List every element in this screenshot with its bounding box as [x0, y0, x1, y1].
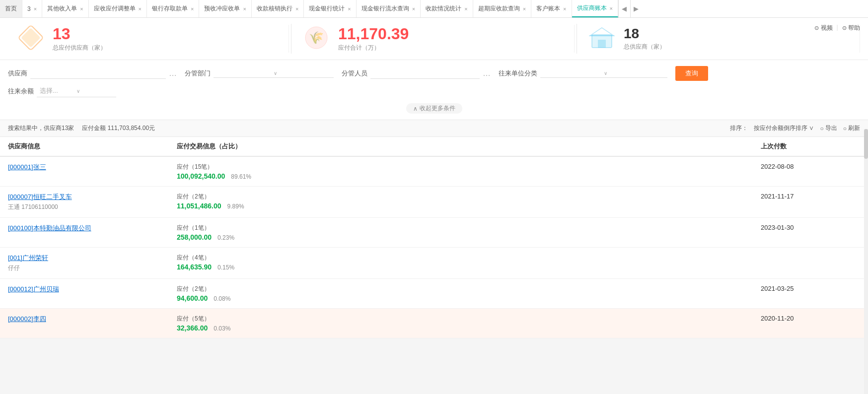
person-label: 分管人员 — [342, 69, 367, 78]
nav-tab-cash-flow-query[interactable]: 现金银行流水查询 × — [357, 0, 421, 17]
row4-trans-percent: 0.15% — [217, 264, 234, 271]
card3-number: 18 — [624, 26, 665, 42]
close-tab-receipt-verify[interactable]: × — [295, 6, 298, 12]
top-right-links: ⊙ 视频 | ⊙ 帮助 — [814, 24, 860, 32]
close-tab-customer-book[interactable]: × — [563, 6, 566, 12]
supplier-table: 供应商信息 应付交易信息（占比） 上次付数 [000001]张三 应付（15笔）… — [0, 137, 868, 338]
header-lastpay: 上次付数 — [761, 142, 860, 151]
filter-category: 往来单位分类 ∨ — [499, 69, 667, 78]
summary-card-suppliers-payable: 13 总应付供应商（家） — [8, 25, 289, 53]
collapse-button[interactable]: ∧ 收起更多条件 — [406, 103, 462, 114]
nav-tab-cash-bank-stat[interactable]: 现金银行统计 × — [304, 0, 356, 17]
person-dots[interactable]: … — [483, 69, 491, 78]
row1-trans-amount[interactable]: 100,092,540.00 — [177, 172, 225, 180]
category-select[interactable]: ∨ — [540, 69, 667, 78]
help-link[interactable]: ⊙ 帮助 — [842, 24, 860, 32]
close-tab-supplier-book[interactable]: × — [610, 5, 613, 11]
row6-trans-amount[interactable]: 32,366.00 — [177, 324, 208, 332]
nav-tab-ar-ap-adjust[interactable]: 应收应付调整单 × — [89, 0, 147, 17]
row4-transaction-col: 应付（4笔） 164,635.90 0.15% — [177, 254, 761, 271]
nav-right-arrow[interactable]: ▶ — [630, 0, 642, 17]
search-button[interactable]: 查询 — [675, 66, 708, 81]
row6-lastpay: 2020-11-20 — [761, 315, 860, 322]
card-icon-grain: 🌾 — [303, 25, 331, 53]
nav-tab-overdue-ar[interactable]: 超期应收款查询 × — [473, 0, 531, 17]
close-tab-prepay-offset[interactable]: × — [243, 6, 246, 12]
nav-tab-receipt-stat[interactable]: 收款情况统计 × — [421, 0, 473, 17]
video-link[interactable]: ⊙ 视频 — [814, 24, 832, 32]
scrollbar-track[interactable] — [864, 129, 868, 338]
results-summary: 搜索结果中，供应商13家 应付金额 111,703,854.00元 — [8, 124, 155, 132]
balance-arrow: ∨ — [76, 88, 113, 94]
row2-trans-amount[interactable]: 11,051,486.00 — [177, 202, 221, 210]
filter-dept: 分管部门 ∨ — [185, 69, 334, 78]
table-row: [000001]张三 应付（15笔） 100,092,540.00 89.61%… — [0, 157, 868, 187]
row6-supplier-link[interactable]: [000002]李四 — [8, 315, 177, 324]
close-tab-cash-flow-query[interactable]: × — [412, 6, 415, 12]
row6-supplier-col: [000002]李四 — [8, 315, 177, 324]
filter-person: 分管人员 … — [342, 68, 491, 79]
row2-trans-label: 应付（2笔） — [177, 193, 761, 201]
dept-select[interactable]: ∨ — [214, 69, 334, 78]
header-transaction: 应付交易信息（占比） — [177, 142, 761, 151]
card2-info: 11,170.39 应付合计（万） — [338, 25, 409, 52]
row3-lastpay: 2023-01-30 — [761, 224, 860, 231]
close-tab-overdue-ar[interactable]: × — [523, 6, 526, 12]
row5-trans-amount[interactable]: 94,600.00 — [177, 294, 208, 302]
row4-trans-amount[interactable]: 164,635.90 — [177, 263, 212, 271]
nav-tab-other-income[interactable]: 其他收入单 × — [42, 0, 88, 17]
close-tab-cash-bank-stat[interactable]: × — [348, 6, 351, 12]
balance-select[interactable]: 选择... ∨ — [37, 85, 116, 97]
card2-number: 11,170.39 — [338, 25, 409, 43]
summary-card-payable-total: 🌾 11,170.39 应付合计（万） — [293, 25, 575, 53]
row5-trans-percent: 0.08% — [214, 295, 230, 302]
dept-arrow: ∨ — [274, 70, 331, 76]
row1-trans-label: 应付（15笔） — [177, 163, 761, 171]
row5-transaction-col: 应付（2笔） 94,600.00 0.08% — [177, 285, 761, 302]
nav-left-arrow[interactable]: ◀ — [618, 0, 630, 17]
close-tab-3[interactable]: × — [34, 6, 37, 12]
sort-label: 排序： — [730, 124, 748, 132]
help-icon: ⊙ — [842, 25, 847, 31]
refresh-button[interactable]: ○ 刷新 — [843, 124, 860, 132]
person-input[interactable] — [370, 68, 480, 79]
nav-tab-receipt-verify[interactable]: 收款核销执行 × — [252, 0, 304, 17]
card3-label: 总供应商（家） — [624, 43, 665, 51]
export-button[interactable]: ○ 导出 — [820, 124, 837, 132]
chevron-up-icon: ∧ — [413, 105, 418, 112]
row6-trans-label: 应付（5笔） — [177, 315, 761, 323]
results-supplier-count: 搜索结果中，供应商13家 — [8, 124, 74, 132]
row3-supplier-link[interactable]: [000100]本特勤油品有限公司 — [8, 224, 177, 233]
video-icon: ⊙ — [814, 25, 819, 31]
row1-lastpay: 2022-08-08 — [761, 163, 860, 170]
nav-tab-home[interactable]: 首页 — [0, 0, 22, 17]
supplier-input[interactable] — [30, 68, 166, 79]
row2-supplier-link[interactable]: [000007]恒旺二手叉车 — [8, 193, 177, 201]
close-tab-receipt-stat[interactable]: × — [464, 6, 467, 12]
supplier-dots[interactable]: … — [169, 69, 177, 78]
svg-rect-6 — [598, 40, 606, 48]
close-tab-other-income[interactable]: × — [80, 6, 83, 12]
nav-tab-supplier-book[interactable]: 供应商账本 × — [572, 0, 618, 17]
filter-area: 供应商 … 分管部门 ∨ 分管人员 … 往来单位分类 ∨ 查询 — [0, 60, 868, 120]
nav-tab-customer-book[interactable]: 客户账本 × — [531, 0, 572, 17]
results-bar: 搜索结果中，供应商13家 应付金额 111,703,854.00元 排序： 按应… — [0, 120, 868, 137]
nav-tab-bank-deposit[interactable]: 银行存取款单 × — [147, 0, 199, 17]
nav-tab-3[interactable]: 3 × — [22, 0, 42, 17]
row2-trans-percent: 9.89% — [227, 203, 244, 210]
header-supplier: 供应商信息 — [8, 142, 177, 151]
filter-balance: 往来余额 选择... ∨ — [8, 85, 137, 97]
row5-supplier-link[interactable]: [000012]广州贝瑞 — [8, 285, 177, 294]
row1-supplier-link[interactable]: [000001]张三 — [8, 163, 177, 172]
scrollbar-thumb[interactable] — [864, 129, 868, 159]
row4-supplier-col: [001]广州荣轩 仔仔 — [8, 254, 177, 272]
row3-trans-amount[interactable]: 258,000.00 — [177, 233, 212, 241]
row1-trans-percent: 89.61% — [231, 173, 251, 180]
close-tab-bank-deposit[interactable]: × — [191, 6, 194, 12]
row4-supplier-link[interactable]: [001]广州荣轩 — [8, 254, 177, 263]
sort-button[interactable]: 按应付余额倒序排序 ∨ — [754, 124, 814, 132]
export-icon: ○ — [820, 125, 824, 132]
row1-transaction-col: 应付（15笔） 100,092,540.00 89.61% — [177, 163, 761, 180]
nav-tab-prepay-offset[interactable]: 预收冲应收单 × — [199, 0, 251, 17]
close-tab-ar-ap-adjust[interactable]: × — [139, 6, 142, 12]
